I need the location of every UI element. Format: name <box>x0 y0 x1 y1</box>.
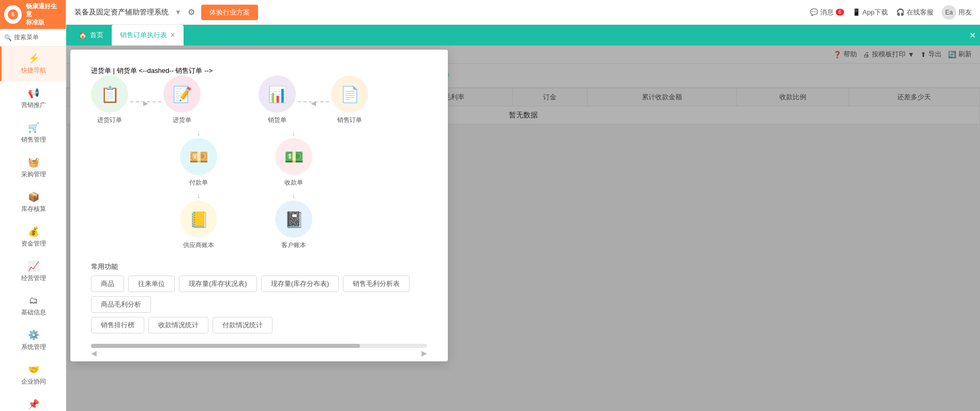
inventory-icon: 📦 <box>28 191 39 203</box>
btn-stock-status[interactable]: 现存量(库存状况表) <box>179 276 257 292</box>
sidebar-item-marketing[interactable]: 📢 营销推广 <box>0 81 66 116</box>
btn-product[interactable]: 商品 <box>91 276 124 292</box>
finance-icon: 💰 <box>28 226 39 237</box>
tabbar-close-all-btn[interactable]: ✕ <box>969 31 976 40</box>
purchase-icon: 🧺 <box>28 157 39 168</box>
tabbar: 🏠 首页 销售订单执行表 ✕ ✕ <box>66 25 980 45</box>
receipt-circle: 💵 <box>275 138 312 175</box>
down-arrow-supplier: ↓ <box>197 191 201 200</box>
sale-bill-circle: 📊 <box>259 75 296 113</box>
svg-text:6: 6 <box>11 12 14 18</box>
basic-info-icon: 🗂 <box>29 295 38 306</box>
collab-icon: 🤝 <box>28 364 39 375</box>
purchase-bill-circle: 📝 <box>163 75 201 113</box>
btn-stock-dist[interactable]: 现存量(库存分布表) <box>261 276 339 292</box>
flow-node-customer-account[interactable]: 📓 客户账本 <box>275 201 312 250</box>
common-section: 常用功能 商品 往来单位 现存量(库存状况表) 现存量(库存分布表) 销售毛利分… <box>70 258 448 342</box>
logo-icon: 6 <box>4 5 22 24</box>
flow-section: 进货单 | 销货单 <--dashed-- 销售订单 --> 📋 进货订单 <box>70 50 448 258</box>
flow-node-payment[interactable]: 💴 付款单 <box>180 138 217 187</box>
common-btns-row1: 商品 往来单位 现存量(库存状况表) 现存量(库存分布表) 销售毛利分析表 商品… <box>91 276 427 313</box>
user-avatar: Ea <box>942 5 956 20</box>
sidebar-nav: ⚡ 快捷导航 📢 营销推广 🛒 销售管理 🧺 采购管理 📦 库存核算 💰 <box>0 47 66 411</box>
topbar-gear-icon[interactable]: ⚙ <box>188 7 195 17</box>
tab-close-icon[interactable]: ✕ <box>170 32 175 39</box>
btn-receipt-stat[interactable]: 收款情况统计 <box>148 317 208 333</box>
topbar: 装备及固定资产辅助管理系统 ▼ ⚙ 体验行业方案 💬 消息 6 📱 App下载 … <box>66 0 980 25</box>
arrow-left-icon: ▶ <box>311 99 316 107</box>
common-btns-row2: 销售排行榜 收款情况统计 付款情况统计 <box>91 317 427 333</box>
btn-partner[interactable]: 往来单位 <box>128 276 175 292</box>
flow-node-sale-order[interactable]: 📄 销售订单 <box>331 75 368 125</box>
flow-node-purchase-order[interactable]: 📋 进货订单 <box>91 75 128 125</box>
main-content: 装备及固定资产辅助管理系统 ▼ ⚙ 体验行业方案 💬 消息 6 📱 App下载 … <box>66 0 980 411</box>
sidebar-item-sales[interactable]: 🛒 销售管理 <box>0 116 66 150</box>
sidebar-item-quick-nav[interactable]: ⚡ 快捷导航 <box>0 47 66 81</box>
down-arrow-customer: ↓ <box>292 191 296 200</box>
tab-sales-exec[interactable]: 销售订单执行表 ✕ <box>112 25 184 45</box>
search-icon: 🔍 <box>4 34 12 41</box>
trial-btn[interactable]: 体验行业方案 <box>201 5 258 20</box>
flow-node-receipt[interactable]: 💵 收款单 <box>275 138 312 187</box>
modal-overlay: 进货单 | 销货单 <--dashed-- 销售订单 --> 📋 进货订单 <box>66 45 980 411</box>
btn-product-profit[interactable]: 商品毛利分析 <box>91 296 151 313</box>
purchase-order-circle: 📋 <box>91 75 128 113</box>
sidebar-item-basic-info[interactable]: 🗂 基础信息 <box>0 289 66 323</box>
sale-order-circle: 📄 <box>331 75 368 113</box>
scroll-left-btn[interactable]: ◀ <box>91 349 97 357</box>
modal-scrollbar: ◀ ▶ <box>70 342 448 361</box>
page-body: ❓ 帮助 🖨 按模板打印 ▼ ⬆ 导出 🔄 刷新 <box>66 45 980 411</box>
app-download-btn[interactable]: 📱 App下载 <box>852 8 888 17</box>
sidebar-item-system[interactable]: ⚙️ 系统管理 <box>0 323 66 358</box>
home-icon: 🏠 <box>79 32 87 39</box>
sidebar-item-newbie[interactable]: 📌 新手引导 <box>0 392 66 411</box>
sidebar-item-purchase[interactable]: 🧺 采购管理 <box>0 150 66 185</box>
operations-icon: 📈 <box>28 261 39 272</box>
tab-home[interactable]: 🏠 首页 <box>70 25 112 45</box>
down-arrow-payment: ↓ <box>197 129 201 137</box>
payment-circle: 💴 <box>180 138 217 175</box>
sidebar-item-collab[interactable]: 🤝 企业协同 <box>0 358 66 392</box>
system-title: 装备及固定资产辅助管理系统 <box>74 8 169 17</box>
sidebar-item-inventory[interactable]: 📦 库存核算 <box>0 185 66 220</box>
customer-account-circle: 📓 <box>275 201 312 238</box>
scrollbar-track[interactable] <box>91 344 427 348</box>
down-arrow-receipt: ↓ <box>292 129 296 137</box>
scroll-right-btn[interactable]: ▶ <box>421 349 427 357</box>
online-service-icon: 🎧 <box>896 8 904 16</box>
flow-node-purchase-bill[interactable]: 📝 进货单 <box>163 75 201 125</box>
btn-sales-profit[interactable]: 销售毛利分析表 <box>343 276 410 292</box>
sidebar: 6 畅康通好生意 标准版 🔍 搜索菜单 ⚡ 快捷导航 📢 营销推广 🛒 <box>0 0 66 411</box>
message-icon: 💬 <box>810 8 818 16</box>
quick-nav-icon: ⚡ <box>28 53 39 64</box>
modal-dialog: 进货单 | 销货单 <--dashed-- 销售订单 --> 📋 进货订单 <box>70 50 448 361</box>
supplier-account-circle: 📒 <box>180 201 217 238</box>
logo-text: 畅康通好生意 标准版 <box>26 3 62 27</box>
system-icon: ⚙️ <box>28 329 39 341</box>
sidebar-item-operations[interactable]: 📈 经营管理 <box>0 254 66 289</box>
newbie-icon: 📌 <box>28 399 39 410</box>
online-service-btn[interactable]: 🎧 在线客服 <box>896 8 933 17</box>
user-menu[interactable]: Ea 用友 <box>942 5 972 20</box>
sidebar-logo: 6 畅康通好生意 标准版 <box>0 0 66 29</box>
btn-sales-rank[interactable]: 销售排行榜 <box>91 317 144 333</box>
common-functions-title: 常用功能 <box>91 262 427 271</box>
sales-icon: 🛒 <box>28 122 39 133</box>
flow-node-supplier-account[interactable]: 📒 供应商账本 <box>180 201 217 250</box>
sidebar-search[interactable]: 🔍 搜索菜单 <box>0 29 66 47</box>
topbar-right: 💬 消息 6 📱 App下载 🎧 在线客服 Ea 用友 <box>810 5 972 20</box>
message-badge: 6 <box>836 9 844 16</box>
topbar-dropdown-icon[interactable]: ▼ <box>175 8 182 16</box>
message-btn[interactable]: 💬 消息 6 <box>810 8 844 17</box>
app-download-icon: 📱 <box>852 8 861 16</box>
arrow-right-icon: ▶ <box>143 99 148 107</box>
flow-node-sale-bill[interactable]: 📊 销货单 <box>259 75 296 125</box>
marketing-icon: 📢 <box>28 87 39 99</box>
scrollbar-thumb[interactable] <box>91 344 360 348</box>
sidebar-item-finance[interactable]: 💰 资金管理 <box>0 220 66 254</box>
btn-payment-stat[interactable]: 付款情况统计 <box>213 317 273 333</box>
